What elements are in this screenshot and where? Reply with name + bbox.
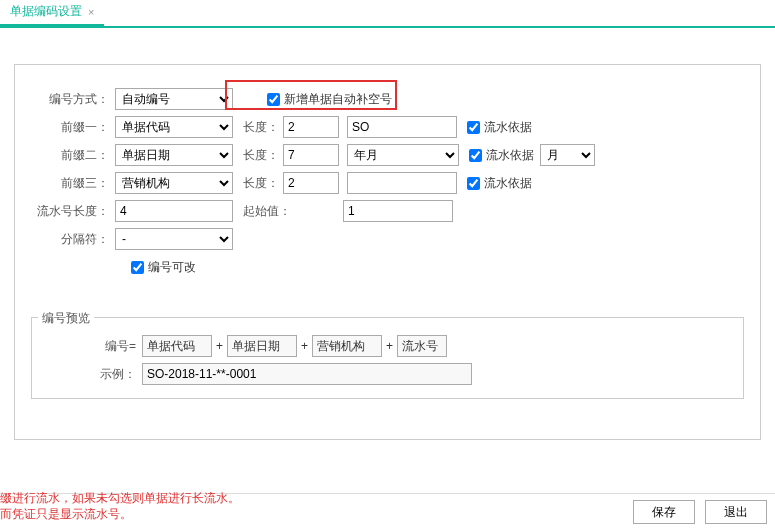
prefix1-label: 前缀一： bbox=[25, 119, 115, 136]
preview-seg4: 流水号 bbox=[397, 335, 447, 357]
preview-num-label: 编号= bbox=[42, 338, 142, 355]
val3-input[interactable] bbox=[347, 172, 457, 194]
flow2-checkbox[interactable] bbox=[469, 149, 482, 162]
serial-len-label: 流水号长度： bbox=[25, 203, 115, 220]
tab-title: 单据编码设置 bbox=[10, 3, 82, 20]
preview-seg3: 营销机构 bbox=[312, 335, 382, 357]
plus-icon: + bbox=[382, 339, 397, 353]
footer-note-line2: 而凭证只是显示流水号。 bbox=[0, 506, 240, 522]
preview-example bbox=[142, 363, 472, 385]
len3-label: 长度： bbox=[233, 175, 283, 192]
len2-input[interactable] bbox=[283, 144, 339, 166]
prefix3-select[interactable]: 营销机构 bbox=[115, 172, 233, 194]
startval-input[interactable] bbox=[343, 200, 453, 222]
flow1-label: 流水依据 bbox=[484, 119, 532, 136]
len3-input[interactable] bbox=[283, 172, 339, 194]
val1-input[interactable] bbox=[347, 116, 457, 138]
prefix3-label: 前缀三： bbox=[25, 175, 115, 192]
encode-mode-label: 编号方式： bbox=[25, 91, 115, 108]
editable-label: 编号可改 bbox=[148, 259, 196, 276]
prefix2-label: 前缀二： bbox=[25, 147, 115, 164]
serial-len-input[interactable] bbox=[115, 200, 233, 222]
len1-label: 长度： bbox=[233, 119, 283, 136]
plus-icon: + bbox=[297, 339, 312, 353]
auto-fill-checkbox[interactable] bbox=[267, 93, 280, 106]
preview-seg2: 单据日期 bbox=[227, 335, 297, 357]
month-select[interactable]: 月 bbox=[540, 144, 595, 166]
flow2-label: 流水依据 bbox=[486, 147, 534, 164]
tab-document-code-settings[interactable]: 单据编码设置 × bbox=[0, 0, 104, 26]
prefix1-select[interactable]: 单据代码 bbox=[115, 116, 233, 138]
footer-note: 缀进行流水，如果未勾选则单据进行长流水。 而凭证只是显示流水号。 bbox=[0, 490, 240, 522]
separator-select[interactable]: - bbox=[115, 228, 233, 250]
preview-fieldset: 编号预览 编号= 单据代码 + 单据日期 + 营销机构 + 流水号 示例： bbox=[31, 317, 744, 399]
flow1-checkbox[interactable] bbox=[467, 121, 480, 134]
preview-ex-label: 示例： bbox=[42, 366, 142, 383]
form-panel: 编号方式： 自动编号 新增单据自动补空号 前缀一： 单据代码 长度： 流水依据 … bbox=[14, 64, 761, 440]
footer-note-line1: 缀进行流水，如果未勾选则单据进行长流水。 bbox=[0, 490, 240, 506]
separator-label: 分隔符： bbox=[25, 231, 115, 248]
prefix2-select[interactable]: 单据日期 bbox=[115, 144, 233, 166]
flow3-checkbox[interactable] bbox=[467, 177, 480, 190]
preview-legend: 编号预览 bbox=[38, 310, 94, 327]
len1-input[interactable] bbox=[283, 116, 339, 138]
close-icon[interactable]: × bbox=[88, 6, 94, 18]
len2-label: 长度： bbox=[233, 147, 283, 164]
editable-checkbox[interactable] bbox=[131, 261, 144, 274]
exit-button[interactable]: 退出 bbox=[705, 500, 767, 524]
encode-mode-select[interactable]: 自动编号 bbox=[115, 88, 233, 110]
date-format-select[interactable]: 年月 bbox=[347, 144, 459, 166]
auto-fill-label: 新增单据自动补空号 bbox=[284, 91, 392, 108]
startval-label: 起始值： bbox=[233, 203, 295, 220]
plus-icon: + bbox=[212, 339, 227, 353]
save-button[interactable]: 保存 bbox=[633, 500, 695, 524]
flow3-label: 流水依据 bbox=[484, 175, 532, 192]
preview-seg1: 单据代码 bbox=[142, 335, 212, 357]
